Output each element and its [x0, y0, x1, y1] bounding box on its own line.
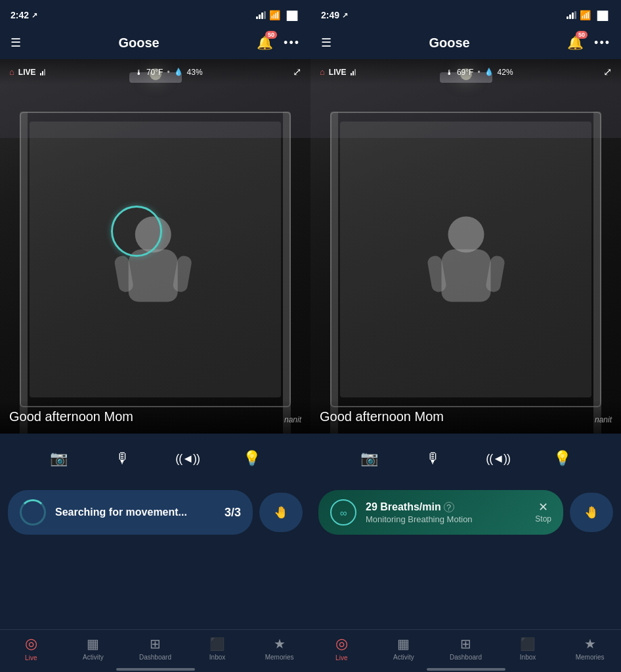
bell-container-right[interactable]: 🔔 50 [567, 35, 584, 51]
wifi-icon-right: 📶 [580, 10, 591, 20]
live-label-left: Live [25, 654, 37, 661]
lamp-glow-r [460, 68, 472, 80]
bar4r [574, 11, 576, 19]
left-panel: 2:42 ↗ 📶 ▐█▌ ☰ Goose 🔔 50 ••• [0, 0, 310, 672]
bar1 [256, 16, 258, 19]
baby-head-right [448, 217, 484, 253]
tab-bar-right: ◎ Live ▦ Activity ⊞ Dashboard ⬛ Inbox ★ … [310, 629, 621, 664]
tab-dashboard-right[interactable]: ⊞ Dashboard [449, 636, 482, 661]
more-button-right[interactable]: ••• [594, 36, 610, 50]
stop-button-right[interactable]: ✕ Stop [535, 501, 551, 524]
post-tr [283, 112, 291, 434]
mic-icon-left: 🎙 [116, 450, 130, 467]
light-button-left[interactable]: 💡 [238, 444, 267, 473]
spinner-left [20, 499, 46, 526]
speaker-icon-left: ((◄)) [175, 452, 200, 466]
memories-icon-right: ★ [584, 636, 596, 652]
bar2r [569, 14, 571, 19]
speaker-button-right[interactable]: ((◄)) [484, 444, 513, 473]
tab-activity-left[interactable]: ▦ Activity [77, 636, 110, 661]
status-bar-left: 2:42 ↗ 📶 ▐█▌ [0, 0, 310, 26]
tab-live-left[interactable]: ◎ Live [14, 635, 47, 661]
memories-label-right: Memories [576, 654, 605, 661]
dashboard-icon-right: ⊞ [460, 636, 471, 652]
tab-memories-left[interactable]: ★ Memories [263, 636, 296, 661]
status-sub-right: Monitoring Breathing Motion [366, 514, 526, 524]
stop-x-icon: ✕ [538, 501, 548, 513]
bell-badge-left: 50 [265, 31, 277, 39]
mic-icon-right: 🎙 [426, 450, 440, 467]
speaker-button-left[interactable]: ((◄)) [173, 444, 202, 473]
camera-bg-right: ⌂ LIVE 🌡 69°F • 💧 42% [310, 59, 621, 434]
dashboard-label-left: Dashboard [139, 654, 171, 661]
speaker-icon-right: ((◄)) [486, 452, 510, 466]
tab-activity-right[interactable]: ▦ Activity [387, 636, 420, 661]
post-tl-r [330, 112, 338, 434]
battery-icon-left: ▐█▌ [284, 11, 300, 20]
camera-view-left[interactable]: ⌂ LIVE 🌡 70°F • 💧 43% [0, 59, 310, 434]
inbox-icon-right: ⬛ [520, 637, 536, 652]
dashboard-icon-left: ⊞ [150, 636, 161, 652]
snapshot-button-left[interactable]: 📷 [44, 444, 73, 473]
nav-title-right: Goose [429, 35, 469, 51]
signal-icon-left [256, 11, 266, 19]
mea-icon-left: 🤚 [274, 505, 288, 520]
inbox-icon-left: ⬛ [209, 637, 225, 652]
baby-torso-right [441, 250, 490, 302]
home-indicator-right [427, 668, 505, 671]
inbox-label-left: Inbox [209, 654, 225, 661]
menu-button-right[interactable]: ☰ [321, 35, 332, 50]
time-left: 2:42 ↗ [11, 10, 37, 20]
light-icon-right: 💡 [553, 450, 571, 467]
tab-bar-left: ◎ Live ▦ Activity ⊞ Dashboard ⬛ Inbox ★ … [0, 629, 310, 664]
nav-bar-right: ☰ Goose 🔔 50 ••• [310, 26, 621, 59]
bar3 [261, 12, 263, 19]
bell-badge-right: 50 [576, 31, 588, 39]
light-button-right[interactable]: 💡 [548, 444, 577, 473]
tab-live-right[interactable]: ◎ Live [325, 635, 358, 661]
mic-button-right[interactable]: 🎙 [419, 444, 448, 473]
tab-inbox-right[interactable]: ⬛ Inbox [511, 637, 544, 661]
menu-button-left[interactable]: ☰ [11, 35, 21, 50]
nav-right-left: 🔔 50 ••• [257, 35, 300, 51]
nav-title-left: Goose [118, 35, 159, 51]
post-tl [20, 112, 28, 434]
activity-icon-left: ▦ [87, 636, 99, 652]
camera-bg-left: ⌂ LIVE 🌡 70°F • 💧 43% [0, 59, 310, 434]
live-icon-right: ◎ [335, 635, 348, 652]
status-pill-left: Searching for movement... 3/3 [8, 490, 253, 535]
tracking-circle-left [111, 206, 162, 257]
status-icons-right: 📶 ▐█▌ [567, 10, 610, 20]
status-text-group-right: 29 Breaths/min ? Monitoring Breathing Mo… [366, 501, 526, 524]
mea-pill-right[interactable]: 🤚 [570, 493, 613, 532]
location-arrow-right: ↗ [342, 11, 348, 20]
breaths-text: 29 Breaths/min [366, 501, 441, 514]
activity-label-right: Activity [393, 654, 414, 661]
mea-pill-left[interactable]: 🤚 [259, 493, 303, 532]
status-icons-left: 📶 ▐█▌ [256, 10, 300, 20]
camera-view-right[interactable]: ⌂ LIVE 🌡 69°F • 💧 42% [310, 59, 621, 434]
nav-right-right: 🔔 50 ••• [567, 35, 610, 51]
live-label-right: Live [335, 654, 347, 661]
breaths-row: 29 Breaths/min ? [366, 501, 526, 514]
snapshot-button-right[interactable]: 📷 [354, 444, 383, 473]
more-button-left[interactable]: ••• [284, 36, 300, 50]
activity-label-left: Activity [83, 654, 104, 661]
status-bar-right: 2:49 ↗ 📶 ▐█▌ [310, 0, 621, 26]
bell-container-left[interactable]: 🔔 50 [257, 35, 273, 51]
stop-label-right: Stop [535, 514, 551, 524]
mea-icon-right: 🤚 [584, 505, 599, 520]
battery-icon-right: ▐█▌ [594, 11, 610, 20]
nav-bar-left: ☰ Goose 🔔 50 ••• [0, 26, 310, 59]
activity-icon-right: ▦ [397, 636, 410, 652]
status-pill-right: ∞ 29 Breaths/min ? Monitoring Breathing … [318, 490, 563, 535]
tab-memories-right[interactable]: ★ Memories [574, 636, 607, 661]
status-text-group-left: Searching for movement... [55, 506, 215, 520]
memories-label-left: Memories [265, 654, 294, 661]
tab-inbox-left[interactable]: ⬛ Inbox [201, 637, 234, 661]
help-icon-right[interactable]: ? [444, 502, 454, 512]
camera-controls-right: 📷 🎙 ((◄)) 💡 [310, 434, 621, 483]
tab-dashboard-left[interactable]: ⊞ Dashboard [139, 636, 171, 661]
mic-button-left[interactable]: 🎙 [108, 444, 137, 473]
inbox-label-right: Inbox [520, 654, 536, 661]
